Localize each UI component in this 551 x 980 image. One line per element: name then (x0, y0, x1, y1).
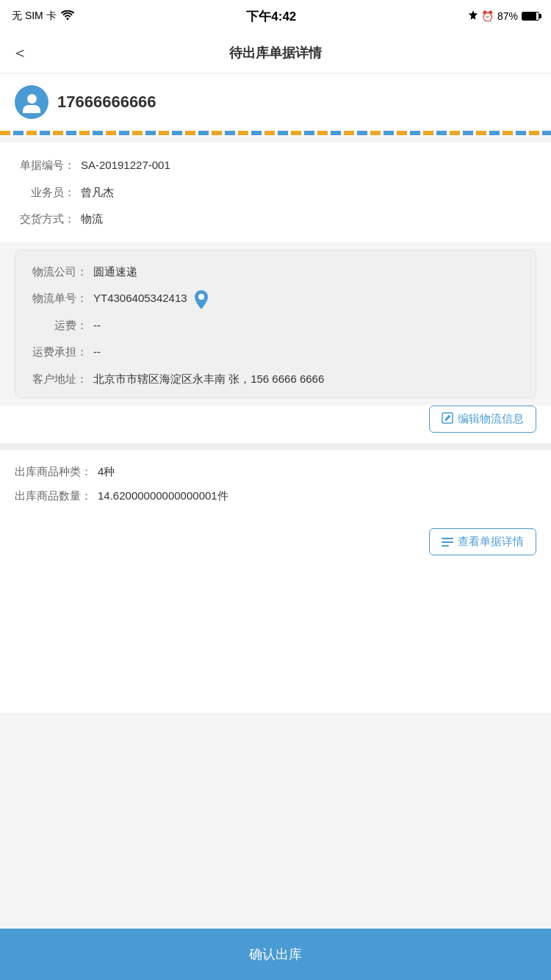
customer-phone: 17666666666 (57, 93, 156, 112)
clock-icon: ⏰ (481, 10, 494, 22)
logistics-tracking-value: YT4306405342413 (93, 290, 524, 307)
goods-types-value: 4种 (98, 465, 115, 479)
status-time: 下午4:42 (246, 8, 296, 25)
confirm-button[interactable]: 确认出库 (0, 929, 551, 980)
view-detail-label: 查看单据详情 (458, 535, 524, 549)
order-no-label: 单据编号： (15, 157, 81, 174)
salesman-row: 业务员： 曾凡杰 (15, 184, 536, 201)
content: 17666666666 单据编号： SA-20191227-001 业务员： 曾… (0, 73, 551, 771)
edit-logistics-button[interactable]: 编辑物流信息 (429, 406, 536, 433)
order-no-row: 单据编号： SA-20191227-001 (15, 157, 536, 174)
order-no-value: SA-20191227-001 (81, 157, 536, 174)
carrier-text: 无 SIM 卡 (12, 10, 57, 23)
logistics-section: 物流公司： 圆通速递 物流单号： YT4306405342413 运费： -- … (15, 250, 536, 399)
goods-types-row: 出库商品种类： 4种 (15, 465, 536, 479)
goods-section: 出库商品种类： 4种 出库商品数量： 14.62000000000000001件 (0, 450, 551, 518)
goods-types-label: 出库商品种类： (15, 465, 98, 479)
edit-btn-wrap: 编辑物流信息 (0, 406, 551, 443)
section-separator (0, 443, 551, 450)
svg-point-0 (66, 18, 68, 20)
battery-percent: 87% (497, 10, 518, 22)
status-bar: 无 SIM 卡 下午4:42 ⏰ 87% (0, 0, 551, 32)
list-icon (442, 536, 453, 548)
logistics-company-row: 物流公司： 圆通速递 (27, 264, 524, 281)
wifi-icon (61, 10, 74, 23)
nav-bar: ＜ 待出库单据详情 (0, 32, 551, 73)
order-info-section: 单据编号： SA-20191227-001 业务员： 曾凡杰 交货方式： 物流 (0, 143, 551, 242)
logistics-tracking-label: 物流单号： (27, 290, 93, 307)
location-icon[interactable] (193, 290, 209, 306)
goods-quantity-label: 出库商品数量： (15, 489, 98, 503)
page-title: 待出库单据详情 (229, 44, 322, 62)
delivery-row: 交货方式： 物流 (15, 211, 536, 228)
address-row: 客户地址： 北京市市辖区海淀区永丰南 张，156 6666 6666 (27, 371, 524, 388)
white-spacer (0, 566, 551, 713)
edit-logistics-label: 编辑物流信息 (458, 412, 524, 426)
address-label: 客户地址： (27, 371, 93, 388)
freight-bearer-row: 运费承担： -- (27, 344, 524, 361)
view-detail-wrap: 查看单据详情 (0, 518, 551, 566)
freight-row: 运费： -- (27, 317, 524, 334)
salesman-value: 曾凡杰 (81, 184, 536, 201)
customer-header: 17666666666 (0, 73, 551, 131)
logistics-company-value: 圆通速递 (93, 264, 524, 281)
freight-value: -- (93, 317, 524, 334)
logistics-company-label: 物流公司： (27, 264, 93, 281)
goods-quantity-value: 14.62000000000000001件 (98, 489, 228, 503)
view-detail-button[interactable]: 查看单据详情 (429, 528, 536, 555)
edit-icon (442, 412, 453, 426)
delivery-label: 交货方式： (15, 211, 81, 228)
logistics-tracking-row: 物流单号： YT4306405342413 (27, 290, 524, 307)
location-status-icon (469, 10, 478, 23)
delivery-value: 物流 (81, 211, 536, 228)
status-right: ⏰ 87% (469, 10, 539, 23)
salesman-label: 业务员： (15, 184, 81, 201)
avatar (15, 85, 48, 119)
address-value: 北京市市辖区海淀区永丰南 张，156 6666 6666 (93, 371, 524, 388)
freight-bearer-label: 运费承担： (27, 344, 93, 361)
freight-bearer-value: -- (93, 344, 524, 361)
freight-label: 运费： (27, 317, 93, 334)
tracking-number: YT4306405342413 (93, 290, 187, 307)
status-carrier: 无 SIM 卡 (12, 10, 74, 23)
goods-quantity-row: 出库商品数量： 14.62000000000000001件 (15, 489, 536, 503)
confirm-button-label: 确认出库 (249, 945, 302, 963)
dashed-divider (0, 131, 551, 135)
svg-point-1 (198, 294, 204, 300)
battery-icon (522, 12, 539, 21)
back-button[interactable]: ＜ (6, 36, 34, 70)
